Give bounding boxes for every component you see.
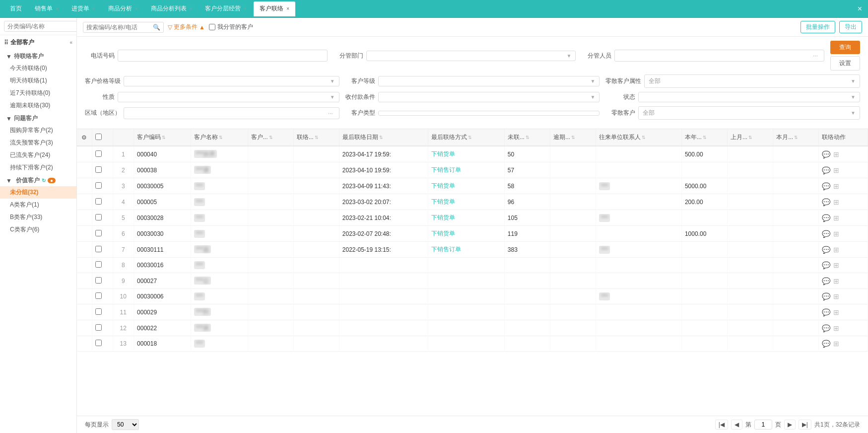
tab-purchase[interactable]: 进货单 ×	[66, 1, 101, 16]
grid2-icon[interactable]: ⊞	[833, 246, 839, 254]
tab-customer-contact-close[interactable]: ×	[286, 6, 289, 11]
row-last-method[interactable]: 下销货单	[428, 146, 505, 162]
row-checkbox[interactable]	[92, 320, 113, 336]
export-button[interactable]: 导出	[839, 21, 862, 33]
reset-button[interactable]: 设置	[830, 56, 860, 71]
grid2-icon[interactable]: ⊞	[833, 324, 839, 332]
comment-icon[interactable]: 💬	[822, 292, 830, 300]
comment-icon[interactable]: 💬	[822, 182, 830, 190]
tab-purchase-close[interactable]: ×	[92, 6, 95, 11]
tab-customer-contact[interactable]: 客户联络 ×	[254, 1, 295, 16]
retail-cust-select[interactable]: 全部 ▼	[638, 106, 860, 120]
next-page-btn[interactable]: ▶	[784, 420, 796, 430]
grid2-icon[interactable]: ⊞	[833, 230, 839, 238]
tab-home[interactable]: 首页	[4, 1, 28, 16]
th-code[interactable]: 客户编码⇅	[134, 129, 191, 146]
row-last-method[interactable]	[428, 258, 505, 273]
first-page-btn[interactable]: |◀	[715, 420, 728, 430]
tab-analysis-close[interactable]: ×	[135, 6, 138, 11]
comment-icon[interactable]: 💬	[822, 166, 830, 174]
my-customers-check[interactable]	[209, 24, 215, 30]
price-level-select[interactable]: ▼	[124, 76, 339, 86]
row-last-method[interactable]	[428, 289, 505, 304]
payment-select[interactable]: ▼	[378, 92, 600, 102]
manager-select[interactable]: ···	[614, 50, 824, 62]
th-last-method[interactable]: 最后联络方式⇅	[428, 129, 505, 146]
all-customers-header[interactable]: ⠿ 全部客户 «	[0, 35, 76, 50]
grid2-icon[interactable]: ⊞	[833, 277, 839, 285]
group-pending-title[interactable]: ▼ 待联络客户	[0, 50, 76, 62]
row-checkbox[interactable]	[92, 336, 113, 352]
comment-icon[interactable]: 💬	[822, 150, 830, 158]
row-last-method[interactable]: 下销售订单	[428, 162, 505, 178]
th-overdue[interactable]: 逾期...⇅	[550, 129, 596, 146]
tab-analysis-list-close[interactable]: ×	[190, 6, 193, 11]
comment-icon[interactable]: 💬	[822, 261, 830, 269]
collapse-icon[interactable]: «	[69, 40, 72, 45]
sidebar-item-class-a[interactable]: A类客户(1)	[0, 199, 76, 211]
comment-icon[interactable]: 💬	[822, 246, 830, 254]
comment-icon[interactable]: 💬	[822, 277, 830, 285]
tab-sales-close[interactable]: ×	[56, 6, 59, 11]
grid2-icon[interactable]: ⊞	[833, 340, 839, 348]
filter-search-input[interactable]	[86, 24, 151, 31]
th-last-month[interactable]: 上月...⇅	[728, 129, 773, 146]
manager-dots[interactable]: ···	[811, 52, 820, 59]
refresh-icon[interactable]: ↻	[42, 178, 46, 183]
sidebar-item-ungrouped[interactable]: 未分组(32)	[0, 186, 76, 199]
th-gear[interactable]: ⚙	[77, 129, 92, 146]
tab-close-all[interactable]: ×	[856, 2, 864, 15]
select-all-checkbox[interactable]	[95, 134, 102, 140]
grid2-icon[interactable]: ⊞	[833, 182, 839, 190]
my-customers-checkbox[interactable]: 我分管的客户	[209, 23, 253, 31]
th-checkbox[interactable]	[92, 129, 113, 146]
sidebar-item-today[interactable]: 今天待联络(0)	[0, 62, 76, 74]
row-checkbox[interactable]	[92, 226, 113, 242]
sidebar-search-input[interactable]	[4, 21, 77, 32]
th-last-date[interactable]: 最后联络日期⇅	[339, 129, 428, 146]
grid2-icon[interactable]: ⊞	[833, 150, 839, 158]
page-number-input[interactable]	[754, 420, 772, 430]
sidebar-item-class-c[interactable]: C类客户(6)	[0, 223, 76, 236]
comment-icon[interactable]: 💬	[822, 230, 830, 238]
filter-search-icon[interactable]: 🔍	[153, 24, 160, 31]
th-this-month[interactable]: 本月...⇅	[773, 129, 819, 146]
th-uncontacted[interactable]: 未联...⇅	[504, 129, 550, 146]
grid2-icon[interactable]: ⊞	[833, 261, 839, 269]
th-contact[interactable]: 联络...⇅	[293, 129, 339, 146]
row-last-method[interactable]	[428, 320, 505, 336]
th-cat[interactable]: 客户...⇅	[248, 129, 293, 146]
sidebar-item-declining[interactable]: 持续下滑客户(2)	[0, 161, 76, 174]
row-checkbox[interactable]	[92, 273, 113, 289]
th-this-year[interactable]: 本年...⇅	[681, 129, 727, 146]
sidebar-item-churned[interactable]: 已流失客户(24)	[0, 149, 76, 161]
row-checkbox[interactable]	[92, 162, 113, 178]
level-select[interactable]: ▼	[378, 76, 600, 86]
batch-ops-button[interactable]: 批量操作	[801, 21, 835, 33]
sidebar-item-tomorrow[interactable]: 明天待联络(1)	[0, 74, 76, 87]
row-last-method[interactable]	[428, 304, 505, 320]
sidebar-item-abnormal[interactable]: 囤购异常客户(2)	[0, 124, 76, 137]
row-checkbox[interactable]	[92, 178, 113, 194]
row-last-method[interactable]: 下销售订单	[428, 242, 505, 258]
sidebar-item-class-b[interactable]: B类客户(33)	[0, 211, 76, 223]
region-select[interactable]: ···	[124, 107, 339, 119]
status-select[interactable]: ▼	[638, 92, 860, 102]
sidebar-item-churn-warn[interactable]: 流失预警客户(3)	[0, 137, 76, 149]
sidebar-item-overdue[interactable]: 逾期未联络(30)	[0, 99, 76, 112]
query-button[interactable]: 查询	[830, 41, 860, 54]
grid2-icon[interactable]: ⊞	[833, 198, 839, 206]
prev-page-btn[interactable]: ◀	[731, 420, 742, 430]
row-checkbox[interactable]	[92, 258, 113, 273]
dept-select[interactable]: ▼	[366, 51, 576, 61]
tab-analysis[interactable]: 商品分析 ×	[102, 1, 144, 16]
th-name[interactable]: 客户名称⇅	[191, 129, 248, 146]
row-checkbox[interactable]	[92, 194, 113, 210]
last-page-btn[interactable]: ▶|	[799, 420, 811, 430]
region-dots[interactable]: ···	[326, 110, 335, 117]
more-conditions-btn[interactable]: ▽ 更多条件 ▲	[168, 23, 205, 31]
grid2-icon[interactable]: ⊞	[833, 292, 839, 300]
row-last-method[interactable]: 下销货单	[428, 178, 505, 194]
sidebar-item-7days[interactable]: 近7天待联络(0)	[0, 87, 76, 99]
row-checkbox[interactable]	[92, 210, 113, 226]
